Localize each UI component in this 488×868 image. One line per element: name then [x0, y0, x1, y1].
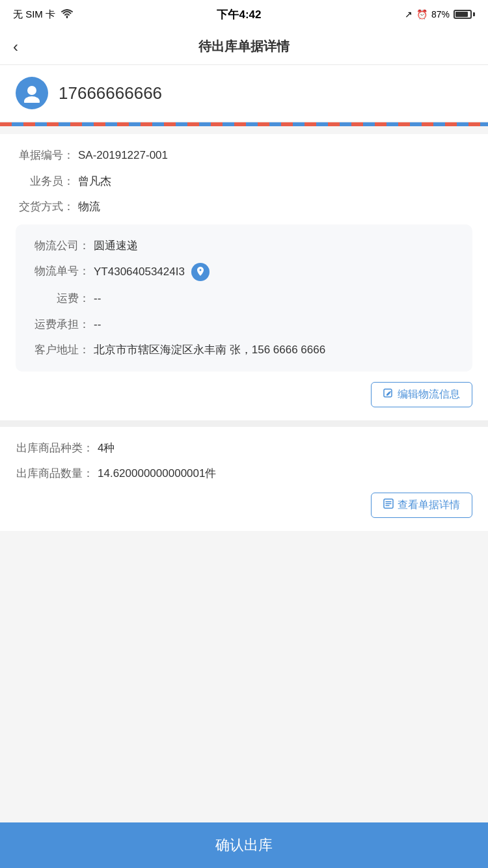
view-details-button[interactable]: 查看单据详情 [371, 493, 472, 518]
document-number-row: 单据编号： SA-20191227-001 [16, 147, 472, 164]
edit-logistics-button[interactable]: 编辑物流信息 [371, 382, 472, 407]
dashed-divider [0, 122, 488, 126]
product-quantity-label: 出库商品数量： [16, 465, 94, 482]
status-bar: 无 SIM 卡 下午4:42 ↗ ⏰ 87% [0, 0, 488, 29]
sales-person-label: 业务员： [16, 173, 74, 190]
product-quantity-row: 出库商品数量： 14.620000000000001件 [16, 465, 472, 482]
location-status-icon: ↗ [405, 9, 413, 20]
wifi-icon [61, 9, 74, 20]
tracking-number-label: 物流单号： [31, 263, 90, 280]
freight-row: 运费： -- [31, 290, 457, 307]
track-location-icon[interactable] [191, 263, 210, 281]
edit-logistics-container: 编辑物流信息 [16, 382, 472, 407]
freight-bearer-value: -- [94, 316, 457, 333]
logistics-company-label: 物流公司： [31, 237, 90, 254]
freight-label: 运费： [31, 290, 90, 307]
svg-point-0 [27, 86, 36, 95]
logistics-company-value: 圆通速递 [94, 237, 457, 254]
delivery-method-value: 物流 [78, 198, 472, 215]
products-section: 出库商品种类： 4种 出库商品数量： 14.620000000000001件 查… [0, 427, 488, 531]
confirm-label: 确认出库 [215, 835, 273, 855]
battery-icon [454, 10, 475, 19]
alarm-icon: ⏰ [416, 9, 427, 20]
back-button[interactable]: ‹ [8, 33, 23, 61]
page-title: 待出库单据详情 [198, 38, 290, 55]
document-number-label: 单据编号： [16, 147, 74, 164]
list-icon [383, 498, 394, 511]
view-details-label: 查看单据详情 [398, 498, 460, 512]
view-details-container: 查看单据详情 [16, 493, 472, 518]
address-label: 客户地址： [31, 342, 90, 359]
customer-header: 17666666666 [0, 65, 488, 121]
product-type-value: 4种 [98, 440, 472, 457]
delivery-method-row: 交货方式： 物流 [16, 198, 472, 215]
product-quantity-value: 14.620000000000001件 [98, 465, 472, 482]
status-left: 无 SIM 卡 [13, 8, 74, 21]
sales-person-value: 曾凡杰 [78, 173, 472, 190]
document-number-value: SA-20191227-001 [78, 147, 472, 164]
address-row: 客户地址： 北京市市辖区海淀区永丰南 张，156 6666 6666 [31, 342, 457, 359]
status-time: 下午4:42 [217, 7, 261, 22]
tracking-number-value: YT43064053424I3 [94, 263, 457, 281]
sales-person-row: 业务员： 曾凡杰 [16, 173, 472, 190]
address-value: 北京市市辖区海淀区永丰南 张，156 6666 6666 [94, 342, 457, 359]
logistics-company-row: 物流公司： 圆通速递 [31, 237, 457, 254]
empty-area [0, 531, 488, 661]
freight-bearer-row: 运费承担： -- [31, 316, 457, 333]
product-type-label: 出库商品种类： [16, 440, 94, 457]
customer-phone: 17666666666 [59, 83, 162, 103]
confirm-bar[interactable]: 确认出库 [0, 822, 488, 868]
status-right: ↗ ⏰ 87% [405, 9, 475, 20]
nav-bar: ‹ 待出库单据详情 [0, 29, 488, 65]
avatar [16, 77, 48, 109]
delivery-method-label: 交货方式： [16, 198, 74, 215]
edit-logistics-label: 编辑物流信息 [398, 388, 460, 401]
battery-percent: 87% [431, 9, 450, 20]
freight-bearer-label: 运费承担： [31, 316, 90, 333]
section-divider [0, 420, 488, 427]
carrier-label: 无 SIM 卡 [13, 8, 55, 21]
freight-value: -- [94, 290, 457, 307]
svg-point-1 [24, 96, 40, 103]
tracking-number-row: 物流单号： YT43064053424I3 [31, 263, 457, 281]
edit-icon [383, 388, 394, 401]
product-type-row: 出库商品种类： 4种 [16, 440, 472, 457]
order-info-section: 单据编号： SA-20191227-001 业务员： 曾凡杰 交货方式： 物流 … [0, 134, 488, 420]
logistics-card: 物流公司： 圆通速递 物流单号： YT43064053424I3 运费： -- [16, 224, 472, 372]
